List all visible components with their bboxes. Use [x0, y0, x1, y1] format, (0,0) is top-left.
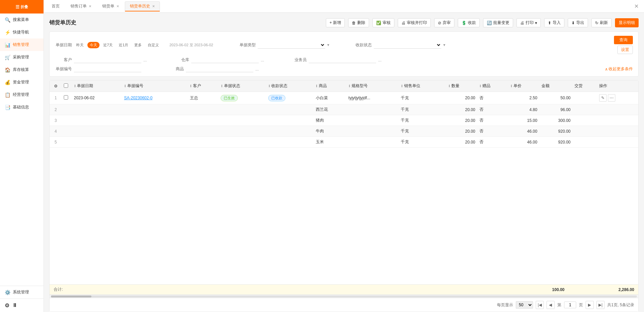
- cell-spec-model: [346, 137, 399, 148]
- sidebar-item-basic-info[interactable]: 📑 基础信息: [0, 101, 44, 113]
- last-page-btn[interactable]: ▶|: [596, 301, 605, 309]
- cell-unit-price: 15.00: [508, 115, 539, 126]
- sidebar-item-finance[interactable]: 💰 资金管理: [0, 76, 44, 88]
- doc-type-select[interactable]: [258, 42, 325, 49]
- window-close-btn[interactable]: ✕: [632, 3, 641, 9]
- settings-button[interactable]: 设置: [617, 46, 633, 54]
- sidebar-item-sys-mgmt[interactable]: ⚙️ 系统管理: [0, 286, 44, 298]
- delete-button[interactable]: 🗑 删除: [348, 18, 369, 27]
- edit-btn[interactable]: ✎: [599, 94, 607, 102]
- cell-gift: 否: [477, 92, 508, 104]
- customer-input[interactable]: [74, 57, 141, 63]
- date-btn-custom[interactable]: 自定义: [145, 42, 161, 48]
- review-button[interactable]: ✅ 审核: [372, 18, 394, 27]
- collect-button[interactable]: 💲 收款: [458, 18, 480, 27]
- export-button[interactable]: ⬇ 导出: [568, 18, 588, 27]
- tab-sales-history-close[interactable]: ✕: [152, 4, 155, 8]
- date-btn-today[interactable]: 今天: [87, 42, 100, 48]
- collect-icon: 💲: [461, 21, 467, 25]
- warehouse-input[interactable]: [191, 57, 259, 63]
- print-button[interactable]: 🖨 打印 ▾: [516, 18, 541, 27]
- new-button[interactable]: + 新增: [326, 18, 345, 27]
- page-label: 页: [579, 302, 583, 308]
- th-payment-status[interactable]: ↕ 收款状态: [266, 80, 314, 92]
- status-badge: 已生效: [221, 95, 238, 101]
- th-unit-price[interactable]: ↕ 单价: [508, 80, 539, 92]
- more-btn[interactable]: ⋯: [608, 94, 615, 102]
- next-page-btn[interactable]: ▶: [586, 301, 594, 309]
- th-doc-status[interactable]: ↕ 单据状态: [219, 80, 266, 92]
- collapse-icon: ∧: [605, 67, 608, 72]
- goods-input[interactable]: [186, 66, 253, 72]
- query-button[interactable]: 查询: [614, 36, 633, 44]
- horizontal-scrollbar[interactable]: [50, 294, 638, 298]
- settings-icon[interactable]: ⚙: [5, 302, 9, 309]
- sidebar-item-operations[interactable]: 📋 经营管理: [0, 88, 44, 101]
- page-input[interactable]: [564, 302, 576, 308]
- page-label-prefix: 第: [557, 302, 561, 308]
- cell-row-num: 3: [50, 115, 62, 126]
- collapse-button[interactable]: ∧ 收起更多条件: [605, 66, 633, 72]
- salesperson-input[interactable]: [309, 57, 376, 63]
- salesperson-ellipsis[interactable]: ...: [378, 58, 382, 62]
- collapse-icon[interactable]: ☰: [16, 4, 20, 9]
- review-print-button[interactable]: 🖨 审核并打印: [398, 18, 431, 27]
- date-btn-more[interactable]: 更多: [132, 42, 144, 48]
- cell-doc-status: [219, 137, 266, 148]
- date-btn-yesterday[interactable]: 昨天: [74, 42, 86, 48]
- cell-sales-unit: 千克: [399, 92, 446, 104]
- cell-doc-no: SA-20230602-0: [122, 92, 188, 104]
- table-row: 2西兰花千克20.00否4.8096.00: [50, 104, 638, 115]
- filter-date-range-text: 2023-06-02 至 2023-06-02: [169, 43, 213, 48]
- tab-sales-history[interactable]: 销货单历史 ✕: [125, 1, 160, 11]
- import-button[interactable]: ⬆ 导入: [544, 18, 564, 27]
- review-icon: ✅: [376, 21, 381, 25]
- goods-ellipsis[interactable]: ...: [255, 67, 259, 72]
- batch-change-button[interactable]: 🔄 批量变更: [483, 18, 513, 27]
- th-sales-unit[interactable]: ↕ 销售单位: [399, 80, 446, 92]
- th-gift[interactable]: ↕ 赠品: [477, 80, 508, 92]
- sales-mgmt-icon: 📊: [5, 42, 10, 48]
- pause-icon[interactable]: ⏸: [12, 302, 18, 309]
- show-detail-button[interactable]: 显示明细: [615, 18, 639, 27]
- cell-row-num: 2: [50, 104, 62, 115]
- refresh-button[interactable]: ↻ 刷新: [591, 18, 612, 27]
- th-settings[interactable]: ⚙: [50, 80, 62, 92]
- cell-row-num: 4: [50, 126, 62, 137]
- abandon-button[interactable]: ⊘ 弃审: [434, 18, 454, 27]
- cell-quantity: 20.00: [446, 104, 477, 115]
- th-doc-no[interactable]: ↕ 单据编号: [122, 80, 188, 92]
- tab-sales-order[interactable]: 销售订单 ✕: [65, 1, 96, 11]
- sidebar-item-purchase-mgmt[interactable]: 🛒 采购管理: [0, 51, 44, 63]
- tab-sales-order-close[interactable]: ✕: [89, 4, 91, 8]
- warehouse-ellipsis[interactable]: ...: [261, 58, 264, 62]
- row-checkbox[interactable]: [64, 95, 68, 100]
- th-quantity[interactable]: ↕ 数量: [446, 80, 477, 92]
- th-doc-date[interactable]: ↕ 单据日期: [72, 80, 122, 92]
- per-page-select[interactable]: 50 100: [516, 301, 533, 309]
- doc-no-input[interactable]: [74, 66, 141, 72]
- page-content: 销货单历史 + 新增 🗑 删除 ✅ 审核 🖨 审核并打印 ⊘ 弃审: [44, 13, 644, 312]
- cell-payment-status: [266, 104, 314, 115]
- first-page-btn[interactable]: |◀: [536, 301, 544, 309]
- sidebar-item-inventory[interactable]: 🏠 库存核算: [0, 63, 44, 76]
- sidebar-item-sales-mgmt[interactable]: 📊 销售管理: [0, 38, 44, 51]
- date-btn-7days[interactable]: 近7天: [101, 42, 115, 48]
- sidebar-item-search-menu[interactable]: 🔍 搜索菜单: [0, 14, 44, 26]
- select-all-checkbox[interactable]: [64, 83, 68, 88]
- scrollbar-thumb[interactable]: [51, 295, 91, 297]
- prev-page-btn[interactable]: ◀: [547, 301, 555, 309]
- date-btn-1month[interactable]: 近1月: [116, 42, 131, 48]
- payment-status-select[interactable]: [374, 42, 441, 49]
- tab-sales-goods[interactable]: 销货单 ✕: [97, 1, 124, 11]
- tab-sales-goods-close[interactable]: ✕: [116, 4, 119, 8]
- doc-no-link[interactable]: SA-20230602-0: [124, 96, 152, 100]
- th-goods[interactable]: ↕ 商品: [314, 80, 346, 92]
- cell-customer: [188, 126, 219, 137]
- th-spec-model[interactable]: ↕ 规格型号: [346, 80, 399, 92]
- customer-ellipsis[interactable]: ...: [143, 58, 147, 62]
- tab-home[interactable]: 首页: [47, 1, 65, 11]
- sidebar: ☰ 折叠 🔍 搜索菜单 ⚡ 快捷导航 📊 销售管理 🛒 采购管理 🏠 库存核算 …: [0, 0, 44, 312]
- sidebar-item-quick-nav[interactable]: ⚡ 快捷导航: [0, 26, 44, 38]
- th-customer[interactable]: ↕ 客户: [188, 80, 219, 92]
